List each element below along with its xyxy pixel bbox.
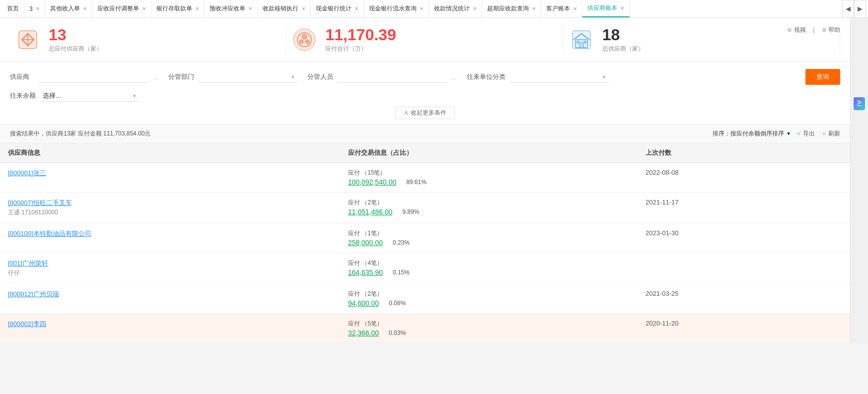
stat-block-payable-total: 11,170.39 应付合计（万） [287,26,563,54]
amount-link[interactable]: 94,600.00 [348,299,379,307]
help-link[interactable]: ⊙ 帮助 [822,26,840,34]
stat-text-total-suppliers: 18 总供应商（家） [602,26,644,53]
main-content: 13 总应付供应商（家） 11,170.39 应付合 [0,18,850,343]
diamond-icon [14,26,42,54]
page-wrapper: 13 总应付供应商（家） 11,170.39 应付合 [0,18,868,343]
last-pay-date: 2022-08-08 [646,169,679,176]
svg-rect-13 [583,41,586,44]
trans-info-cell: 应付 （15笔） 100,092,540.00 89.61% [340,163,638,193]
amount-link[interactable]: 258,000.00 [348,239,383,247]
nav-item-ar-ap-adjust[interactable]: 应收应付调整单 ✕ [92,0,151,17]
category-select[interactable] [509,71,609,83]
nav-item-cash-flow-query[interactable]: 现金银行流水查询 ✕ [364,0,429,17]
supplier-link[interactable]: [000001]张三 [8,169,46,177]
filter-category: 往来单位分类 [467,71,609,83]
percent-val: 9.89% [402,208,419,215]
close-other-income[interactable]: ✕ [83,6,87,11]
person-input[interactable] [337,71,446,83]
close-prepay-offset[interactable]: ✕ [248,6,252,11]
amount-link[interactable]: 164,635.90 [348,268,383,276]
trans-info-cell: 应付 （4笔） 164,635.90 0.15% [340,253,638,284]
close-receipt-stat[interactable]: ✕ [473,6,477,11]
close-ar-ap-adjust[interactable]: ✕ [142,6,146,11]
supplier-input[interactable] [39,71,148,83]
svg-rect-11 [579,43,583,48]
search-button[interactable]: 查询 [805,69,840,85]
amount-link[interactable]: 100,092,540.00 [348,178,396,186]
close-supplier-ledger[interactable]: ✕ [620,5,624,11]
close-tab3[interactable]: ✕ [36,6,40,11]
wheat-icon [290,26,318,54]
refresh-btn[interactable]: ○ 刷新 [822,130,840,138]
svg-point-4 [293,29,315,51]
export-btn[interactable]: ○ 导出 [797,130,815,138]
stats-bar: 13 总应付供应商（家） 11,170.39 应付合 [0,18,850,62]
percent-val: 0.03% [389,329,406,336]
percent-val: 0.15% [393,269,410,276]
ai-button[interactable]: Ai [854,97,865,110]
table-row: [000012]广州贝瑞应付 （2笔） 94,600.00 0.08% 2021… [0,284,850,314]
nav-item-other-income[interactable]: 其他收入单 ✕ [45,0,92,17]
store-icon [568,26,595,54]
nav-item-prepay-offset[interactable]: 预收冲应收单 ✕ [205,0,258,17]
last-pay-cell: 2021-03-25 [638,284,850,314]
supplier-link[interactable]: [000007]恒旺二手叉车 [8,199,72,206]
last-pay-cell: 2023-01-30 [638,223,850,253]
nav-item-receipt-stat[interactable]: 收款情况统计 ✕ [429,0,482,17]
nav-item-bank-deposit[interactable]: 银行存取款单 ✕ [151,0,205,17]
supplier-dots[interactable]: ... [153,73,158,81]
close-receipt-verify[interactable]: ✕ [301,6,305,11]
last-pay-date: 2023-01-30 [646,229,679,237]
close-overdue-query[interactable]: ✕ [532,6,536,11]
balance-select[interactable]: 选择... [40,90,139,102]
amount-link[interactable]: 11,051,486.00 [348,208,393,216]
person-dots[interactable]: ... [451,73,457,81]
th-last-pay: 上次付数 [638,143,850,163]
supplier-link[interactable]: [001]广州荣轩 [8,260,48,267]
svg-point-7 [299,40,303,44]
sort-chevron-icon[interactable]: ▾ [787,130,790,137]
stat-label-payable-total: 应付合计（万） [325,45,396,53]
dept-select[interactable] [198,71,297,83]
nav-arrows: ◀ ▶ [842,0,866,18]
supplier-sub: 仔仔 [8,269,332,277]
nav-item-customer-ledger[interactable]: 客户账本 ✕ [541,0,582,17]
nav-item-supplier-ledger[interactable]: 供应商账本 ✕ [582,0,630,17]
collapse-bar: ∧ 收起更多条件 [10,107,840,119]
collapse-button[interactable]: ∧ 收起更多条件 [395,107,454,119]
video-link[interactable]: ⊙ 视频 [787,26,805,34]
stat-number-total-suppliers: 18 [602,26,644,44]
last-pay-date: 2021-03-25 [646,290,679,297]
table-row: [000007]恒旺二手叉车王通 17106110000应付 （2笔） 11,0… [0,193,850,223]
supplier-info-cell: [000007]恒旺二手叉车王通 17106110000 [0,193,340,223]
supplier-label: 供应商 [10,72,35,81]
close-cash-flow-query[interactable]: ✕ [420,6,424,11]
close-bank-deposit[interactable]: ✕ [195,6,199,11]
close-customer-ledger[interactable]: ✕ [573,6,577,11]
nav-prev[interactable]: ◀ [842,0,854,18]
supplier-link[interactable]: [000002]李四 [8,320,46,328]
filter-row-1: 供应商 ... 分管部门 分管人员 ... [10,69,840,85]
last-pay-cell: 2021-11-17 [638,193,850,223]
refresh-icon: ○ [822,130,825,137]
nav-item-receipt-verify[interactable]: 收款核销执行 ✕ [258,0,311,17]
nav-item-cash-bank-stat[interactable]: 现金银行统计 ✕ [311,0,364,17]
help-divider: ｜ [811,26,817,34]
help-links: ⊙ 视频 ｜ ⊙ 帮助 [787,26,840,34]
trans-info-cell: 应付 （2笔） 94,600.00 0.08% [340,284,638,314]
supplier-link[interactable]: [000012]广州贝瑞 [8,290,59,298]
nav-next[interactable]: ▶ [854,0,866,18]
filter-balance: 往来余额 选择... [10,90,139,102]
nav-item-home[interactable]: 首页 [2,0,24,17]
last-pay-cell: 2022-08-08 [638,163,850,193]
category-label: 往来单位分类 [467,72,506,81]
balance-select-wrap: 选择... [40,90,139,102]
nav-item-overdue-query[interactable]: 超期应收款查询 ✕ [482,0,541,17]
filter-dept: 分管部门 [168,71,297,83]
close-cash-bank-stat[interactable]: ✕ [355,6,359,11]
amount-link[interactable]: 32,366.00 [348,329,379,337]
supplier-link[interactable]: [000100]本特勤油品有限公司 [8,230,91,237]
table-row: [000100]本特勤油品有限公司应付 （1笔） 258,000.00 0.23… [0,223,850,253]
export-icon: ○ [797,130,800,137]
nav-item-tab3[interactable]: 3 ✕ [24,0,45,17]
